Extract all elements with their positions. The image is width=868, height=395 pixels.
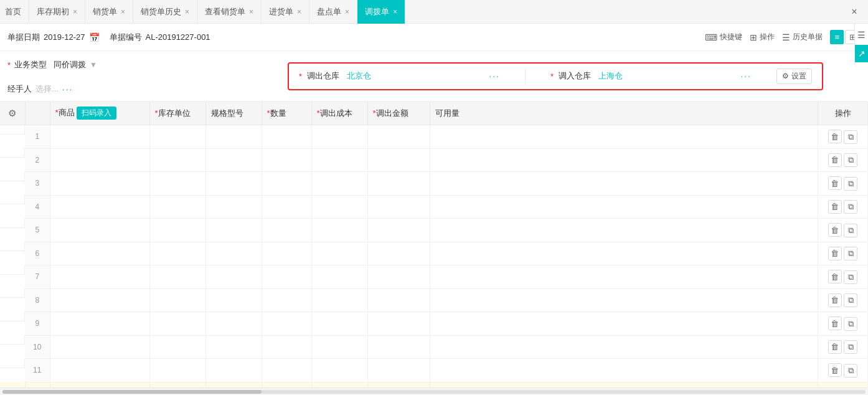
row-product-cell[interactable] bbox=[50, 359, 149, 383]
warehouse-out-value[interactable]: 北京仓 bbox=[347, 70, 371, 82]
row-spec-cell[interactable] bbox=[205, 359, 262, 383]
row-unit-cell[interactable] bbox=[149, 359, 205, 383]
tab-close-sales-history[interactable]: × bbox=[185, 8, 189, 16]
row-copy-icon[interactable]: ⧉ bbox=[844, 224, 857, 237]
row-unit-cell[interactable] bbox=[149, 148, 205, 172]
row-unit-cell[interactable] bbox=[149, 242, 205, 265]
tab-inventory-init[interactable]: 库存期初 × bbox=[29, 0, 85, 24]
row-spec-cell[interactable] bbox=[205, 312, 262, 336]
row-unit-cell[interactable] bbox=[149, 219, 205, 242]
row-qty-cell[interactable] bbox=[262, 288, 311, 312]
tab-sales-order[interactable]: 销货单 × bbox=[85, 0, 133, 24]
row-amount-cell[interactable] bbox=[367, 312, 430, 336]
row-qty-cell[interactable] bbox=[262, 242, 311, 265]
row-qty-cell[interactable] bbox=[262, 125, 311, 149]
right-panel-expand-icon[interactable]: ↗ bbox=[855, 45, 869, 62]
row-spec-cell[interactable] bbox=[205, 242, 262, 265]
tab-transfer[interactable]: 调拨单 × bbox=[357, 0, 405, 24]
table-gear-icon[interactable]: ⚙ bbox=[8, 108, 16, 118]
row-copy-icon[interactable]: ⧉ bbox=[844, 247, 857, 260]
row-copy-icon[interactable]: ⧉ bbox=[844, 200, 857, 214]
operation-action[interactable]: ⊞ 操作 bbox=[750, 32, 775, 42]
row-delete-icon[interactable]: 🗑 bbox=[828, 293, 842, 307]
row-cost-cell[interactable] bbox=[311, 288, 367, 312]
tab-close-inventory-init[interactable]: × bbox=[73, 8, 77, 16]
row-cost-cell[interactable] bbox=[311, 148, 367, 172]
row-amount-cell[interactable] bbox=[367, 359, 430, 383]
row-delete-icon[interactable]: 🗑 bbox=[828, 176, 842, 190]
settings-button[interactable]: ⚙ 设置 bbox=[776, 69, 812, 84]
row-qty-cell[interactable] bbox=[262, 335, 311, 359]
row-amount-cell[interactable] bbox=[367, 172, 430, 196]
row-unit-cell[interactable] bbox=[149, 335, 205, 359]
row-unit-cell[interactable] bbox=[149, 265, 205, 289]
row-amount-cell[interactable] bbox=[367, 219, 430, 242]
row-copy-icon[interactable]: ⧉ bbox=[844, 177, 857, 191]
row-delete-icon[interactable]: 🗑 bbox=[828, 316, 842, 330]
scrollbar-track[interactable] bbox=[2, 390, 866, 394]
row-cost-cell[interactable] bbox=[311, 172, 367, 196]
tab-close-transfer[interactable]: × bbox=[393, 8, 397, 16]
row-unit-cell[interactable] bbox=[149, 195, 205, 219]
row-qty-cell[interactable] bbox=[262, 265, 311, 289]
warehouse-out-more-icon[interactable]: ··· bbox=[489, 71, 500, 81]
window-close-button[interactable]: × bbox=[846, 3, 863, 21]
row-unit-cell[interactable] bbox=[149, 125, 205, 149]
row-product-cell[interactable] bbox=[50, 148, 149, 172]
row-amount-cell[interactable] bbox=[367, 195, 430, 219]
row-unit-cell[interactable] bbox=[149, 312, 205, 336]
row-delete-icon[interactable]: 🗑 bbox=[828, 363, 842, 377]
tab-purchase[interactable]: 进货单 × bbox=[262, 0, 309, 24]
history-action[interactable]: ☰ 历史单据 bbox=[782, 32, 823, 42]
scrollbar-thumb[interactable] bbox=[2, 390, 262, 394]
row-qty-cell[interactable] bbox=[262, 312, 311, 336]
row-copy-icon[interactable]: ⧉ bbox=[844, 317, 857, 331]
row-product-cell[interactable] bbox=[50, 335, 149, 359]
row-unit-cell[interactable] bbox=[149, 172, 205, 196]
row-product-cell[interactable] bbox=[50, 172, 149, 196]
row-copy-icon[interactable]: ⧉ bbox=[844, 340, 857, 354]
row-delete-icon[interactable]: 🗑 bbox=[828, 153, 842, 167]
warehouse-in-value[interactable]: 上海仓 bbox=[598, 70, 623, 82]
row-amount-cell[interactable] bbox=[367, 335, 430, 359]
row-delete-icon[interactable]: 🗑 bbox=[828, 270, 842, 283]
row-qty-cell[interactable] bbox=[262, 195, 311, 219]
tab-home[interactable]: 首页 bbox=[5, 0, 29, 24]
row-copy-icon[interactable]: ⧉ bbox=[844, 293, 857, 307]
row-qty-cell[interactable] bbox=[262, 148, 311, 172]
row-amount-cell[interactable] bbox=[367, 288, 430, 312]
tab-sales-history[interactable]: 销货单历史 × bbox=[133, 0, 197, 24]
business-type-select[interactable]: 同价调拨 ▼ bbox=[50, 57, 125, 72]
row-spec-cell[interactable] bbox=[205, 148, 262, 172]
row-qty-cell[interactable] bbox=[262, 359, 311, 383]
row-spec-cell[interactable] bbox=[205, 125, 262, 149]
row-spec-cell[interactable] bbox=[205, 172, 262, 196]
row-spec-cell[interactable] bbox=[205, 288, 262, 312]
row-delete-icon[interactable]: 🗑 bbox=[828, 247, 842, 260]
handler-placeholder[interactable]: 选择... bbox=[35, 83, 59, 95]
row-delete-icon[interactable]: 🗑 bbox=[828, 340, 842, 354]
row-product-cell[interactable] bbox=[50, 125, 149, 149]
tab-close-inventory[interactable]: × bbox=[345, 8, 349, 16]
row-cost-cell[interactable] bbox=[311, 265, 367, 289]
row-delete-icon[interactable]: 🗑 bbox=[828, 130, 842, 143]
scrollbar-area[interactable] bbox=[0, 388, 868, 395]
row-product-cell[interactable] bbox=[50, 195, 149, 219]
row-spec-cell[interactable] bbox=[205, 335, 262, 359]
tab-close-sales-order[interactable]: × bbox=[121, 8, 125, 16]
view-list-button[interactable]: ≡ bbox=[830, 30, 844, 44]
row-product-cell[interactable] bbox=[50, 242, 149, 265]
row-product-cell[interactable] bbox=[50, 265, 149, 289]
row-unit-cell[interactable] bbox=[149, 288, 205, 312]
row-spec-cell[interactable] bbox=[205, 219, 262, 242]
row-qty-cell[interactable] bbox=[262, 219, 311, 242]
tab-view-sales[interactable]: 查看销货单 × bbox=[197, 0, 262, 24]
row-amount-cell[interactable] bbox=[367, 148, 430, 172]
tab-close-view-sales[interactable]: × bbox=[249, 8, 253, 16]
tab-inventory[interactable]: 盘点单 × bbox=[309, 0, 357, 24]
row-amount-cell[interactable] bbox=[367, 242, 430, 265]
scan-button[interactable]: 扫码录入 bbox=[77, 107, 116, 120]
row-cost-cell[interactable] bbox=[311, 242, 367, 265]
shortcut-action[interactable]: ⌨ 快捷键 bbox=[705, 32, 742, 42]
row-amount-cell[interactable] bbox=[367, 125, 430, 149]
